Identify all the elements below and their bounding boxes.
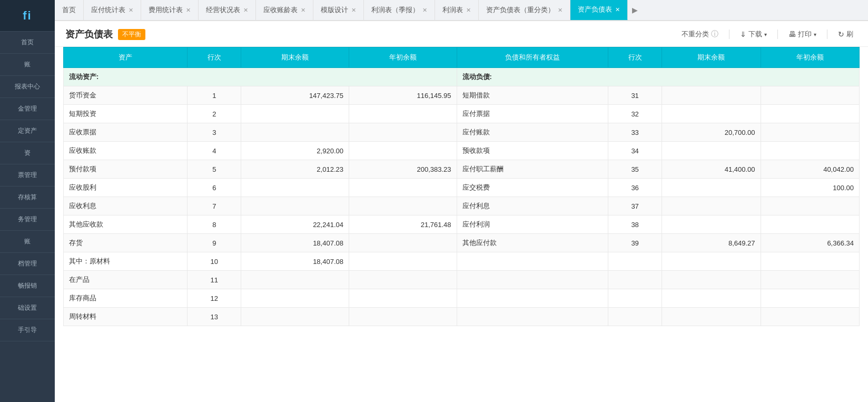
col-row-right: 行次	[608, 47, 662, 68]
col-period-end-left: 期末余额	[241, 47, 349, 68]
section-asset-label: 流动资产:	[64, 68, 457, 86]
close-icon[interactable]: ✕	[301, 7, 305, 13]
sidebar-item-home[interactable]: 首页	[0, 32, 55, 54]
sidebar-item-settings[interactable]: 础设置	[0, 297, 55, 319]
download-button[interactable]: ⇓ 下载 ▾	[736, 27, 771, 41]
sidebar-item-ledger[interactable]: 账	[0, 231, 55, 253]
sidebar-item-fund-mgmt[interactable]: 金管理	[0, 98, 55, 120]
tab-template-design[interactable]: 模版设计 ✕	[313, 0, 364, 21]
period-end-left: 18,407.08	[241, 234, 349, 252]
close-icon[interactable]: ✕	[558, 7, 563, 13]
tab-bar: 首页 应付统计表 ✕ 费用统计表 ✕ 经营状况表 ✕ 应收账龄表 ✕ 模版设计 …	[55, 0, 868, 21]
chevron-down-icon: ▾	[814, 32, 816, 37]
table-row[interactable]: 应收账款 4 2,920.00 预收款项 34	[64, 142, 860, 160]
row-num-left: 5	[188, 160, 241, 179]
period-end-right: 20,700.00	[662, 123, 761, 142]
year-start-left: 200,383.23	[349, 160, 457, 179]
tab-profit-quarterly[interactable]: 利润表（季报） ✕	[364, 0, 435, 21]
tab-scroll-right-arrow[interactable]: ▶	[628, 0, 642, 21]
year-start-right	[761, 123, 859, 142]
year-start-right: 6,366.34	[761, 234, 859, 252]
period-end-right	[662, 271, 761, 289]
close-icon[interactable]: ✕	[186, 7, 191, 13]
close-icon[interactable]: ✕	[351, 7, 356, 13]
year-start-right	[761, 252, 859, 271]
page-header: 资产负债表 不平衡 不重分类 ⓘ ⇓ 下载 ▾ 🖶 打印 ▾	[55, 21, 868, 47]
download-icon: ⇓	[740, 30, 746, 38]
year-start-left	[349, 105, 457, 123]
period-end-left: 22,241.04	[241, 215, 349, 234]
sidebar-item-archive-mgmt[interactable]: 档管理	[0, 253, 55, 275]
sidebar-item-fixed-assets[interactable]: 定资产	[0, 120, 55, 142]
table-row[interactable]: 应收票据 3 应付账款 33 20,700.00	[64, 123, 860, 142]
close-icon[interactable]: ✕	[615, 7, 620, 13]
year-start-right	[761, 142, 859, 160]
refresh-button[interactable]: ↻ 刷	[834, 27, 857, 41]
sidebar-item-expense[interactable]: 畅报销	[0, 275, 55, 297]
table-row[interactable]: 短期投资 2 应付票据 32	[64, 105, 860, 123]
print-button[interactable]: 🖶 打印 ▾	[784, 27, 821, 41]
tab-balance-reclassified[interactable]: 资产负债表（重分类） ✕	[479, 0, 570, 21]
row-num-right	[608, 252, 662, 271]
help-icon[interactable]: ⓘ	[711, 30, 718, 39]
tab-ap-stats[interactable]: 应付统计表 ✕	[84, 0, 141, 21]
sidebar-logo: fi	[0, 0, 55, 32]
table-row[interactable]: 在产品 11	[64, 271, 860, 289]
close-icon[interactable]: ✕	[129, 7, 133, 13]
row-num-left: 1	[188, 86, 241, 105]
table-row[interactable]: 其中：原材料 10 18,407.08	[64, 252, 860, 271]
row-num-right: 34	[608, 142, 662, 160]
table-row[interactable]: 周转材料 13	[64, 308, 860, 326]
year-start-left	[349, 289, 457, 308]
col-period-end-right: 期末余额	[662, 47, 761, 68]
tab-ar-aging[interactable]: 应收账龄表 ✕	[256, 0, 313, 21]
close-icon[interactable]: ✕	[466, 7, 471, 13]
table-row[interactable]: 库存商品 12	[64, 289, 860, 308]
table-row[interactable]: 存货 9 18,407.08 其他应付款 39 8,649.27 6,366.3…	[64, 234, 860, 252]
table-row[interactable]: 应收利息 7 应付利息 37	[64, 197, 860, 215]
sidebar-item-capital[interactable]: 资	[0, 142, 55, 164]
page-title-wrap: 资产负债表 不平衡	[65, 28, 145, 41]
asset-name: 周转材料	[64, 308, 188, 326]
row-num-right: 33	[608, 123, 662, 142]
close-icon[interactable]: ✕	[422, 7, 427, 13]
classify-button[interactable]: 不重分类 ⓘ	[677, 27, 723, 41]
period-end-right: 8,649.27	[662, 234, 761, 252]
liability-name: 应交税费	[457, 179, 608, 197]
asset-name: 其他应收款	[64, 215, 188, 234]
row-num-right	[608, 308, 662, 326]
asset-name: 其中：原材料	[64, 252, 188, 271]
close-icon[interactable]: ✕	[243, 7, 248, 13]
tab-home[interactable]: 首页	[55, 0, 84, 21]
liability-name: 短期借款	[457, 86, 608, 105]
table-row[interactable]: 货币资金 1 147,423.75 116,145.95 短期借款 31	[64, 86, 860, 105]
tab-business-status[interactable]: 经营状况表 ✕	[199, 0, 256, 21]
table-row[interactable]: 应收股利 6 应交税费 36 100.00	[64, 179, 860, 197]
period-end-left: 147,423.75	[241, 86, 349, 105]
sidebar-item-report-center[interactable]: 报表中心	[0, 76, 55, 98]
liability-name	[457, 271, 608, 289]
unbalanced-badge: 不平衡	[118, 29, 145, 40]
asset-name: 短期投资	[64, 105, 188, 123]
table-section-row: 流动资产: 流动负债:	[64, 68, 860, 86]
period-end-right	[662, 252, 761, 271]
refresh-icon: ↻	[838, 30, 844, 38]
sidebar-item-guide[interactable]: 手引导	[0, 319, 55, 341]
row-num-left: 10	[188, 252, 241, 271]
liability-name: 应付职工薪酬	[457, 160, 608, 179]
sidebar-item-affairs-mgmt[interactable]: 务管理	[0, 209, 55, 231]
table-row[interactable]: 预付款项 5 2,012.23 200,383.23 应付职工薪酬 35 41,…	[64, 160, 860, 179]
sidebar-item-account[interactable]: 账	[0, 54, 55, 76]
liability-name	[457, 289, 608, 308]
tab-balance[interactable]: 资产负债表 ✕	[570, 0, 628, 21]
asset-name: 预付款项	[64, 160, 188, 179]
sidebar-item-inventory[interactable]: 存核算	[0, 187, 55, 209]
tab-expense-stats[interactable]: 费用统计表 ✕	[141, 0, 199, 21]
asset-name: 应收股利	[64, 179, 188, 197]
header-actions: 不重分类 ⓘ ⇓ 下载 ▾ 🖶 打印 ▾ ↻ 刷	[677, 27, 857, 41]
table-row[interactable]: 其他应收款 8 22,241.04 21,761.48 应付利润 38	[64, 215, 860, 234]
sidebar-item-invoice-mgmt[interactable]: 票管理	[0, 164, 55, 187]
tab-profit[interactable]: 利润表 ✕	[435, 0, 479, 21]
asset-name: 应收票据	[64, 123, 188, 142]
print-label: 打印	[798, 30, 812, 39]
